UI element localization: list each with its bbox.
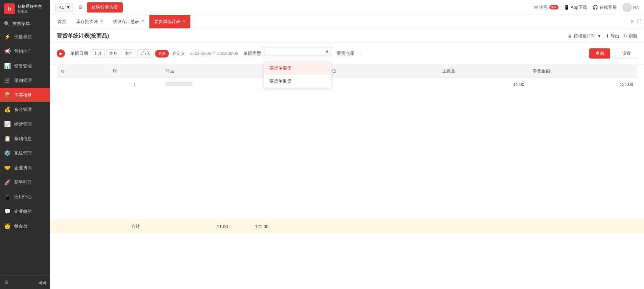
app-center-icon: 📱: [4, 194, 11, 200]
sidebar-item-marketing[interactable]: 📢 营销推广: [0, 44, 50, 59]
settings-icon[interactable]: ⚙: [4, 279, 9, 286]
sidebar-item-enterprise[interactable]: 🤝 企业协同: [0, 160, 50, 175]
type-input[interactable]: [264, 47, 331, 55]
tab-close-icon[interactable]: ✕: [100, 19, 103, 24]
sidebar-item-wechat[interactable]: 💬 企业微信: [0, 204, 50, 219]
col-settings[interactable]: ⚙: [57, 65, 109, 78]
purchase-icon: 🛒: [4, 77, 11, 84]
collapse-icon[interactable]: ◀◀: [38, 279, 46, 286]
app-logo-text: 畅捷通好生意 标准版: [18, 4, 42, 14]
prev-month-btn[interactable]: 上月: [91, 49, 105, 58]
sidebar-item-label: 应用中心: [14, 194, 32, 200]
settings-button[interactable]: 设置: [616, 48, 637, 59]
this-month-btn[interactable]: 本月: [106, 49, 120, 58]
filter-expand-button[interactable]: ▶: [57, 49, 65, 58]
export-icon: ⬇: [605, 34, 609, 39]
dropdown-item-order-return[interactable]: 要货单退货: [264, 75, 331, 88]
tab-order-stats-label: 要货单统计表: [154, 19, 181, 25]
wechat-icon: 💬: [4, 208, 11, 215]
sidebar-item-label: 畅会员: [14, 223, 27, 229]
sidebar-item-inventory[interactable]: 📦 库存核算: [0, 88, 50, 102]
last-7-days-btn[interactable]: 近7天: [137, 49, 154, 58]
basic-info-icon: 📋: [4, 135, 11, 142]
dropdown-item-order-goods[interactable]: 要货单要货: [264, 62, 331, 75]
type-dropdown: ▲ 要货单要货 要货单退货 ···: [264, 47, 331, 60]
sidebar-item-label: 系统管理: [14, 150, 32, 156]
filter-dots-icon[interactable]: ···: [265, 55, 269, 60]
tab-order-stats[interactable]: 要货单统计表 ✕: [149, 15, 191, 28]
tab-close-icon[interactable]: ✕: [183, 19, 186, 24]
refresh-btn-label: 刷新: [628, 33, 637, 39]
sidebar-bottom: ⚙ ◀◀: [0, 275, 50, 289]
sidebar-item-label: 基础信息: [14, 136, 32, 142]
tab-home[interactable]: 首页: [53, 15, 71, 28]
sidebar-item-system[interactable]: ⚙️ 系统管理: [0, 146, 50, 160]
member-icon: 👑: [4, 223, 11, 229]
more-date-btn[interactable]: 更多: [155, 50, 169, 58]
app-title: 畅捷通好生意: [18, 4, 42, 9]
custom-date-btn[interactable]: 自定义: [170, 50, 188, 58]
sidebar-item-quick-nav[interactable]: ⚡ 快捷导航: [0, 29, 50, 44]
inventory-icon: 📦: [4, 92, 11, 98]
online-service-label: 在线客服: [599, 4, 617, 10]
gear-icon[interactable]: ⚙: [78, 4, 83, 10]
type-filter-label: 单据类型: [243, 50, 261, 57]
sidebar-item-label: 快捷导航: [14, 34, 32, 40]
col-no-header: 序: [109, 65, 162, 78]
sidebar-item-label: 销售管理: [14, 63, 32, 69]
print-button[interactable]: 🖨 按模板打印 ▼: [568, 33, 601, 39]
sidebar-logo: b 畅捷通好生意 标准版: [0, 0, 50, 18]
sidebar-search[interactable]: 🔍 搜索菜单: [0, 18, 50, 29]
sidebar-item-basic-info[interactable]: 📋 基础信息: [0, 131, 50, 146]
date-range-buttons: 上月 本月 本年 近7天 更多 自定义: [91, 49, 188, 58]
date-filter-label: 单据日期: [70, 50, 88, 57]
filter-bar: ▶ 单据日期 上月 本月 本年 近7天 更多 自定义 2023-05-06 至 …: [50, 43, 644, 65]
content-area: 要货单统计表(按商品) 🖨 按模板打印 ▼ ⬇ 导出 ↻: [50, 28, 644, 289]
user-profile[interactable]: Rit: [622, 3, 639, 12]
cell-amount: 121.00: [528, 78, 637, 91]
refresh-button[interactable]: ↻ 刷新: [623, 33, 637, 39]
app-download-item[interactable]: 📱 App下载: [564, 4, 587, 10]
this-year-btn[interactable]: 本年: [122, 49, 136, 58]
sidebar-item-app-center[interactable]: 📱 应用中心: [0, 190, 50, 204]
sidebar-nav: ⚡ 快捷导航 📢 营销推广 📊 销售管理 🛒 采购管理 📦 库存核算 💰: [0, 29, 50, 275]
sidebar-item-sales[interactable]: 📊 销售管理: [0, 59, 50, 73]
tab-inventory-batch-label: 库存批次账: [76, 19, 98, 25]
warehouse-dots-icon[interactable]: ···: [358, 51, 362, 56]
page-title: 要货单统计表(按商品): [57, 32, 109, 40]
company-name: 41: [59, 5, 64, 10]
headset-icon: 🎧: [593, 5, 598, 10]
company-selector[interactable]: 41 ▼: [55, 3, 74, 12]
finance-icon: 💰: [4, 106, 11, 113]
online-service-item[interactable]: 🎧 在线客服: [593, 4, 617, 10]
tab-inventory-batch[interactable]: 库存批次账 ✕: [71, 15, 108, 28]
messages-item[interactable]: ✉ 消息 99+: [534, 4, 558, 10]
col-qty-header: 主数量: [438, 65, 528, 78]
sales-icon: 📊: [4, 63, 11, 69]
sidebar-item-label: 企业协同: [14, 165, 32, 171]
tab-receipts-summary[interactable]: 收发存汇总表 ✕: [108, 15, 149, 28]
sidebar-item-purchase[interactable]: 🛒 采购管理: [0, 73, 50, 88]
type-dropdown-menu: 要货单要货 要货单退货: [264, 62, 331, 88]
tab-expand-area: ✕ ⛶: [630, 19, 641, 24]
enterprise-icon: 🤝: [4, 164, 11, 171]
system-icon: ⚙️: [4, 150, 11, 156]
tab-fullscreen-icon[interactable]: ⛶: [637, 19, 641, 24]
warehouse-filter-label: 要货仓库: [337, 50, 354, 57]
sidebar-item-operations[interactable]: 📈 经营管理: [0, 117, 50, 131]
page-wrapper: 要货单统计表(按商品) 🖨 按模板打印 ▼ ⬇ 导出 ↻: [50, 28, 644, 289]
messages-badge: 99+: [549, 5, 558, 9]
query-button[interactable]: 查询: [589, 48, 610, 59]
tab-close-icon[interactable]: ✕: [141, 19, 144, 24]
sidebar-item-finance[interactable]: 💰 资金管理: [0, 102, 50, 117]
quick-nav-icon: ⚡: [4, 34, 11, 40]
operations-icon: 📈: [4, 121, 11, 127]
type-dropdown-arrow[interactable]: ▲: [325, 48, 329, 53]
tab-expand-icon[interactable]: ✕: [630, 19, 634, 24]
type-filter-group: 单据类型 ▲ 要货单要货 要货单退货 ···: [243, 47, 331, 60]
marketing-icon: 📢: [4, 48, 11, 54]
sidebar-item-member[interactable]: 👑 畅会员: [0, 219, 50, 233]
export-button[interactable]: ⬇ 导出: [605, 33, 619, 39]
trial-button[interactable]: 体验行业方案: [87, 2, 123, 13]
sidebar-item-guide[interactable]: 🚀 新手引导: [0, 175, 50, 190]
